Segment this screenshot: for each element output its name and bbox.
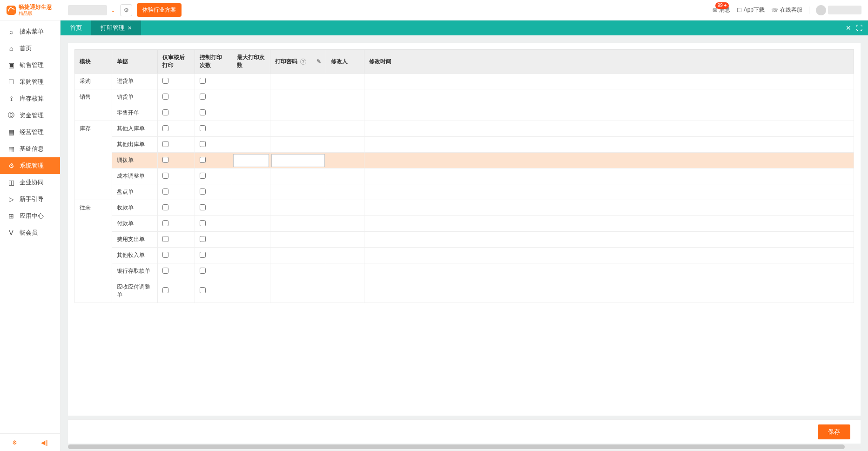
sidebar-item-biz-mgmt[interactable]: ▤经营管理 xyxy=(0,124,60,141)
sidebar-item-app-center[interactable]: ⊞应用中心 xyxy=(0,208,60,224)
inventory-acct-icon: ⟟ xyxy=(7,95,15,103)
sidebar-item-label: 系统管理 xyxy=(20,162,44,170)
pwd-cell xyxy=(270,74,326,89)
tab-close-all-icon[interactable]: ✕ xyxy=(846,24,851,32)
headset-icon: ☏ xyxy=(771,7,778,13)
audit-only-checkbox[interactable] xyxy=(162,125,168,131)
ctrl-count-checkbox[interactable] xyxy=(200,204,206,210)
module-cell: 采购 xyxy=(75,74,112,89)
tab-首页[interactable]: 首页 xyxy=(61,20,91,35)
sidebar-item-purchase-mgmt[interactable]: ☐采购管理 xyxy=(0,74,60,90)
sidebar-item-system-mgmt[interactable]: ⚙系统管理 xyxy=(0,157,60,174)
sidebar-item-label: 经营管理 xyxy=(20,128,44,136)
table-row: 库存其他入库单 xyxy=(75,121,854,137)
audit-only-checkbox[interactable] xyxy=(162,78,168,84)
settings-button[interactable]: ⚙ xyxy=(120,4,132,16)
audit-only-checkbox[interactable] xyxy=(162,236,168,242)
sidebar: ⌕搜索菜单⌂首页▣销售管理☐采购管理⟟库存核算Ⓒ资金管理▤经营管理▦基础信息⚙系… xyxy=(0,20,61,451)
ctrl-count-checkbox[interactable] xyxy=(200,141,206,147)
ctrl-count-checkbox[interactable] xyxy=(200,78,206,84)
horizontal-scrollbar[interactable] xyxy=(68,444,861,449)
sidebar-item-collab[interactable]: ◫企业协同 xyxy=(0,174,60,191)
tab-打印管理[interactable]: 打印管理✕ xyxy=(91,20,141,35)
save-button[interactable]: 保存 xyxy=(818,424,850,439)
app-download-button[interactable]: ☐ App下载 xyxy=(737,6,765,14)
ctrl-count-checkbox[interactable] xyxy=(200,236,206,242)
module-cell: 往来 xyxy=(75,200,112,303)
shop-selector[interactable]: ⌄ xyxy=(68,5,115,15)
mod-time-cell xyxy=(364,137,854,153)
doc-cell: 应收应付调整单 xyxy=(112,279,158,303)
table-row: 盘点单 xyxy=(75,184,854,200)
sidebar-item-label: 新手引导 xyxy=(20,195,44,203)
sidebar-item-member[interactable]: V畅会员 xyxy=(0,224,60,241)
edit-icon[interactable]: ✎ xyxy=(316,58,321,65)
max-count-cell xyxy=(232,216,270,232)
audit-only-checkbox[interactable] xyxy=(162,157,168,163)
modifier-cell xyxy=(326,153,364,168)
help-icon[interactable]: ? xyxy=(300,59,306,65)
audit-only-checkbox[interactable] xyxy=(162,287,168,293)
online-service-button[interactable]: ☏ 在线客服 xyxy=(771,6,802,14)
modifier-cell xyxy=(326,168,364,184)
industry-plan-button[interactable]: 体验行业方案 xyxy=(137,3,182,17)
ctrl-count-checkbox[interactable] xyxy=(200,109,206,115)
ctrl-count-checkbox[interactable] xyxy=(200,94,206,100)
max-count-cell xyxy=(232,279,270,303)
sidebar-collapse-icon[interactable]: ◀‖ xyxy=(41,439,48,446)
max-count-cell xyxy=(232,184,270,200)
audit-only-checkbox[interactable] xyxy=(162,141,168,147)
audit-only-checkbox[interactable] xyxy=(162,204,168,210)
sidebar-item-sales-mgmt[interactable]: ▣销售管理 xyxy=(0,57,60,74)
max-count-input[interactable] xyxy=(233,154,269,167)
sidebar-item-label: 畅会员 xyxy=(20,229,38,237)
mod-time-cell xyxy=(364,263,854,279)
ctrl-count-cell xyxy=(195,121,232,137)
ctrl-count-checkbox[interactable] xyxy=(200,252,206,258)
th-ctrl-count: 控制打印次数 xyxy=(195,50,232,74)
audit-only-checkbox[interactable] xyxy=(162,268,168,274)
ctrl-count-checkbox[interactable] xyxy=(200,220,206,226)
table-row: 费用支出单 xyxy=(75,232,854,248)
user-menu[interactable] xyxy=(816,5,861,15)
chevron-down-icon: ⌄ xyxy=(111,7,115,13)
audit-only-checkbox[interactable] xyxy=(162,94,168,100)
print-password-input[interactable] xyxy=(271,154,325,167)
audit-only-checkbox[interactable] xyxy=(162,173,168,179)
audit-only-checkbox[interactable] xyxy=(162,220,168,226)
sidebar-item-inventory-acct[interactable]: ⟟库存核算 xyxy=(0,90,60,107)
doc-cell: 成本调整单 xyxy=(112,168,158,184)
table-row: 调拨单 xyxy=(75,153,854,168)
sidebar-item-guide[interactable]: ▷新手引导 xyxy=(0,191,60,208)
sidebar-item-home[interactable]: ⌂首页 xyxy=(0,40,60,57)
close-icon[interactable]: ✕ xyxy=(128,25,132,31)
pwd-cell xyxy=(270,232,326,248)
ctrl-count-checkbox[interactable] xyxy=(200,125,206,131)
fullscreen-icon[interactable]: ⛶ xyxy=(856,24,862,32)
ctrl-count-cell xyxy=(195,248,232,263)
sidebar-item-search-menu[interactable]: ⌕搜索菜单 xyxy=(0,23,60,40)
message-button[interactable]: 99 + ✉ 消息 xyxy=(713,6,730,14)
audit-only-checkbox[interactable] xyxy=(162,252,168,258)
sidebar-settings-icon[interactable]: ⚙ xyxy=(12,439,17,446)
modifier-cell xyxy=(326,232,364,248)
sidebar-item-fund-mgmt[interactable]: Ⓒ资金管理 xyxy=(0,107,60,124)
sidebar-item-basic-info[interactable]: ▦基础信息 xyxy=(0,141,60,157)
ctrl-count-checkbox[interactable] xyxy=(200,188,206,195)
audit-only-checkbox[interactable] xyxy=(162,188,168,195)
audit-only-checkbox[interactable] xyxy=(162,109,168,115)
audit-only-cell xyxy=(158,263,195,279)
doc-cell: 调拨单 xyxy=(112,153,158,168)
avatar-icon xyxy=(816,5,826,15)
online-service-label: 在线客服 xyxy=(780,6,802,14)
ctrl-count-checkbox[interactable] xyxy=(200,268,206,274)
pwd-cell xyxy=(270,248,326,263)
main-area: 首页打印管理✕ ✕ ⛶ 模块 xyxy=(61,20,868,451)
ctrl-count-checkbox[interactable] xyxy=(200,287,206,293)
ctrl-count-checkbox[interactable] xyxy=(200,157,206,163)
audit-only-cell xyxy=(158,105,195,121)
ctrl-count-checkbox[interactable] xyxy=(200,173,206,179)
table-row: 其他收入单 xyxy=(75,248,854,263)
ctrl-count-cell xyxy=(195,89,232,105)
content-card: 模块 单据 仅审核后打印 控制打印次数 最大打印次数 打印密码 ? ✎ xyxy=(68,43,861,416)
